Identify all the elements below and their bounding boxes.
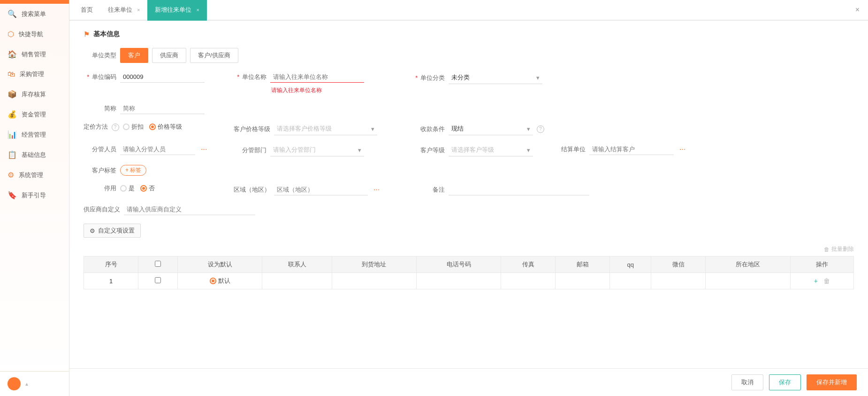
supplier-custom-field: 供应商自定义 — [84, 204, 854, 215]
region-input[interactable] — [274, 184, 368, 195]
sidebar-bottom: ▲ — [0, 371, 69, 396]
th-address: 到货地址 — [332, 256, 416, 273]
manager-input[interactable] — [120, 144, 195, 155]
sidebar-label-inventory: 库存核算 — [22, 90, 46, 99]
settlement-dots-icon[interactable]: ··· — [678, 145, 687, 154]
req-star-cat: * — [415, 74, 418, 81]
add-row-icon[interactable]: + — [814, 277, 818, 285]
customer-level-select[interactable]: 请选择客户等级 ▾ — [449, 144, 533, 156]
btn-customer[interactable]: 客户 — [120, 48, 148, 63]
supplier-custom-row: 供应商自定义 — [84, 204, 854, 215]
delete-row-icon[interactable]: 🗑 — [823, 277, 830, 285]
unit-category-select[interactable]: 未分类 ▾ — [449, 71, 542, 84]
th-no: 序号 — [84, 256, 138, 273]
sidebar-item-operation[interactable]: 📊 经营管理 — [0, 124, 69, 145]
radio-discount[interactable]: 折扣 — [123, 123, 144, 131]
remark-label: 备注 — [412, 186, 445, 194]
select-all-checkbox[interactable] — [155, 261, 161, 267]
region-dots-icon[interactable]: ··· — [372, 186, 381, 194]
sidebar-item-purchase[interactable]: 🛍 采购管理 — [0, 64, 69, 84]
cancel-button[interactable]: 取消 — [731, 374, 763, 390]
customer-tag-label: 客户标签 — [84, 166, 116, 175]
chevron-cust-level-icon: ▾ — [527, 147, 530, 154]
save-button[interactable]: 保存 — [769, 374, 801, 390]
chevron-dept-icon: ▾ — [358, 147, 361, 154]
add-tag-button[interactable]: + 标签 — [120, 165, 146, 176]
avatar — [8, 377, 21, 390]
custom-settings-button[interactable]: ⚙ 自定义项设置 — [84, 224, 141, 238]
pricing-radio-group: 折扣 价格等级 — [123, 123, 182, 131]
batch-delete-button[interactable]: 🗑 批量删除 — [824, 245, 854, 253]
td-region — [706, 273, 790, 289]
operation-icon: 📊 — [8, 130, 17, 139]
radio-no[interactable]: 否 — [140, 184, 155, 193]
tab-bar-close-icon[interactable]: × — [851, 4, 864, 16]
payment-terms-select[interactable]: 现结 ▾ — [449, 123, 533, 135]
row-checkbox[interactable] — [155, 277, 161, 283]
tab-bar: 首页 往来单位 × 新增往来单位 × × — [69, 0, 868, 21]
supplier-custom-input[interactable] — [124, 204, 255, 215]
sidebar-item-system[interactable]: ⚙ 系统管理 — [0, 165, 69, 185]
close-new-counterparty-icon[interactable]: × — [196, 7, 199, 13]
department-select[interactable]: 请输入分管部门 ▾ — [270, 144, 364, 156]
customer-price-level-label: 客户价格等级 — [234, 125, 270, 133]
customer-price-level-select[interactable]: 请选择客户价格等级 ▾ — [274, 123, 377, 135]
sidebar-item-finance[interactable]: 💰 资金管理 — [0, 104, 69, 124]
sidebar-item-search[interactable]: 🔍 搜索菜单 — [0, 4, 69, 24]
btn-both[interactable]: 客户/供应商 — [190, 48, 238, 63]
short-name-row: 简称 — [84, 103, 854, 114]
td-default: 默认 — [178, 273, 262, 289]
th-default: 设为默认 — [178, 256, 262, 273]
remark-input[interactable] — [449, 184, 589, 195]
pricing-help-icon[interactable]: ? — [112, 124, 119, 131]
section-title: ⚑ 基本信息 — [84, 30, 854, 39]
manager-dots-icon[interactable]: ··· — [199, 145, 209, 154]
tab-new-counterparty[interactable]: 新增往来单位 × — [147, 0, 206, 21]
btn-supplier[interactable]: 供应商 — [152, 48, 186, 63]
settlement-input[interactable] — [589, 144, 674, 155]
unit-code-input[interactable] — [120, 71, 205, 83]
th-wechat: 微信 — [651, 256, 706, 273]
payment-terms-value: 现结 — [451, 124, 464, 133]
customer-tag-row: 客户标签 + 标签 — [84, 165, 854, 176]
guide-icon: 🔖 — [8, 191, 17, 200]
td-address — [332, 273, 416, 289]
table-row: 1 默认 — [84, 273, 854, 289]
payment-terms-field: 收款条件 现结 ▾ ? — [412, 123, 571, 135]
radio-yes[interactable]: 是 — [120, 184, 135, 193]
section-title-text: 基本信息 — [93, 30, 120, 39]
td-email — [556, 273, 610, 289]
sidebar-item-guide[interactable]: 🔖 新手引导 — [0, 185, 69, 205]
th-phone: 电话号码 — [416, 256, 501, 273]
sidebar-item-sales[interactable]: 🏠 销售管理 — [0, 44, 69, 64]
td-qq — [610, 273, 651, 289]
tab-home[interactable]: 首页 — [73, 0, 100, 21]
radio-price-level[interactable]: 价格等级 — [149, 123, 182, 131]
sidebar-item-basic[interactable]: 📋 基础信息 — [0, 145, 69, 165]
sales-icon: 🏠 — [8, 50, 17, 59]
radio-no-circle — [140, 185, 147, 192]
td-phone — [416, 273, 501, 289]
payment-help-icon[interactable]: ? — [537, 125, 544, 133]
unit-name-input[interactable] — [270, 71, 364, 83]
th-fax: 传真 — [501, 256, 556, 273]
short-name-label: 简称 — [84, 104, 116, 113]
radio-no-label: 否 — [149, 184, 155, 193]
payment-terms-label: 收款条件 — [412, 125, 445, 133]
unit-name-label: * 单位名称 — [234, 73, 266, 81]
sidebar-item-quick-nav[interactable]: ⬡ 快捷导航 — [0, 24, 69, 44]
sidebar-label-quick-nav: 快捷导航 — [19, 30, 43, 39]
unit-type-label: 单位类型 — [84, 51, 116, 60]
th-email: 邮箱 — [556, 256, 610, 273]
td-checkbox — [138, 273, 178, 289]
sidebar-item-inventory[interactable]: 📦 库存核算 — [0, 84, 69, 104]
td-action: + 🗑 — [790, 273, 854, 289]
row-default-radio[interactable]: 默认 — [183, 277, 257, 285]
unit-info-row: * 单位编码 * 单位名称 请输入往来单位名称 — [84, 71, 854, 94]
short-name-input[interactable] — [120, 103, 205, 114]
close-counterparty-icon[interactable]: × — [137, 7, 140, 13]
tab-counterparty[interactable]: 往来单位 × — [100, 0, 147, 21]
form-content: ⚑ 基本信息 单位类型 客户 供应商 客户/供应商 * 单位编码 — [69, 21, 868, 368]
save-new-button[interactable]: 保存并新增 — [807, 374, 857, 390]
supplier-custom-label: 供应商自定义 — [84, 205, 120, 214]
